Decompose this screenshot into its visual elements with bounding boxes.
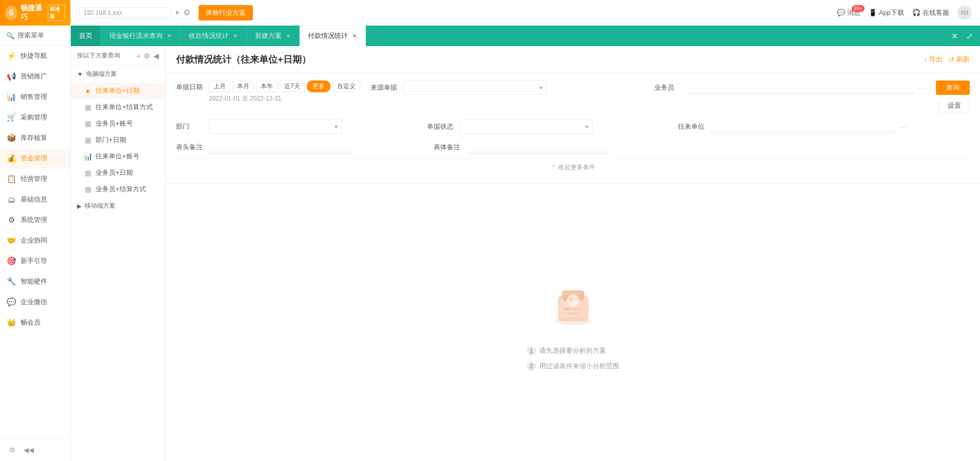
- panel-collapse-icon[interactable]: ◀: [153, 52, 159, 60]
- body-note-input[interactable]: [466, 142, 610, 152]
- sidebar-item-label: 经营管理: [21, 174, 47, 184]
- query-button[interactable]: 查询: [936, 81, 970, 95]
- header-note-input[interactable]: [209, 142, 352, 152]
- panel-item-staff-account[interactable]: ▦ 业务员+账号: [71, 115, 165, 132]
- collapse-bar[interactable]: ⌃ 收起更多条件: [176, 158, 970, 176]
- status-dropdown-icon: ▾: [585, 123, 589, 130]
- panel-item-unit-account[interactable]: 📊 往来单位+账号: [71, 148, 165, 165]
- sidebar-item-collab[interactable]: 🤝 企业协同: [0, 230, 70, 251]
- content-area: 按以下方案查询 + ⚙ ◀ ▼ 电脑端方案 ● 往来单位+日期 ▦ 往来单位+结…: [71, 46, 980, 461]
- sidebar-item-guide[interactable]: 🎯 新手引导: [0, 251, 70, 271]
- sidebar-item-member[interactable]: 👑 畅会员: [0, 312, 70, 333]
- date-btn-7days[interactable]: 近7天: [280, 81, 305, 92]
- tab-payment-stats-close[interactable]: ✕: [352, 32, 357, 39]
- sidebar-item-hardware[interactable]: 🔧 智能硬件: [0, 271, 70, 292]
- filter-area: 单据日期 上月 本月 本年 近7天 更多 自定义 2022-01-01 至 20…: [166, 73, 980, 184]
- sidebar-item-system[interactable]: ⚙ 系统管理: [0, 210, 70, 230]
- unit-date-icon: ●: [83, 86, 92, 95]
- sidebar-item-operations[interactable]: 📋 经营管理: [0, 169, 70, 189]
- tab-payment-stats[interactable]: 付款情况统计 ✕: [300, 26, 366, 46]
- logo-icon: 6: [5, 6, 17, 20]
- staff-dots-btn[interactable]: ···: [918, 84, 928, 92]
- sidebar-item-label: 营销推广: [21, 72, 47, 81]
- refresh-button[interactable]: ↺ 刷新: [949, 55, 970, 64]
- sidebar-item-label: 库存核算: [21, 133, 47, 143]
- sidebar-item-sales[interactable]: 📊 销售管理: [0, 87, 70, 107]
- message-badge: 99+: [852, 5, 865, 12]
- tab-bank-flow[interactable]: 现金银行流水查询 ✕: [101, 26, 181, 46]
- add-plan-icon[interactable]: +: [136, 52, 141, 60]
- export-button[interactable]: ↑ 导出: [924, 55, 943, 64]
- panel-item-staff-settle[interactable]: ▦ 业务员+结算方式: [71, 181, 165, 197]
- date-btn-this-month[interactable]: 本月: [232, 81, 254, 92]
- dept-select[interactable]: ▾: [209, 119, 342, 134]
- date-btn-custom[interactable]: 自定义: [332, 81, 360, 92]
- inventory-icon: 📦: [6, 133, 16, 143]
- desktop-section-arrow: ▼: [77, 71, 83, 78]
- staff-input[interactable]: [687, 83, 914, 93]
- sidebar-item-purchase[interactable]: 🛒 采购管理: [0, 107, 70, 128]
- marketing-icon: 📢: [6, 71, 16, 82]
- sidebar-search[interactable]: 🔍 搜索菜单: [0, 26, 70, 46]
- sidebar-item-inventory[interactable]: 📦 库存核算: [0, 128, 70, 148]
- logo-text: 畅捷通巧: [21, 4, 46, 22]
- tab-receivable[interactable]: 收款情况统计 ✕: [181, 26, 247, 46]
- topbar-dropdown-icon[interactable]: ▾: [175, 9, 179, 16]
- date-btn-last-month[interactable]: 上月: [209, 81, 230, 92]
- panel-item-staff-date[interactable]: ▦ 业务员+日期: [71, 165, 165, 181]
- mobile-section-label: 移动端方案: [85, 202, 115, 210]
- page-header: 付款情况统计（往来单位+日期） ↑ 导出 ↺ 刷新: [166, 46, 980, 73]
- sidebar-item-basic-info[interactable]: 🗂 基础信息: [0, 189, 70, 210]
- sidebar-item-label: 企业协同: [21, 236, 47, 245]
- sidebar-settings-icon[interactable]: ⚙: [6, 444, 18, 456]
- topbar-online-service[interactable]: 🎧 在线客服: [912, 8, 949, 17]
- tab-close-all-icon[interactable]: ✕: [948, 30, 961, 42]
- topbar-address: 192.168.1.xxx: [79, 7, 171, 18]
- tab-payment-stats-label: 付款情况统计: [308, 31, 348, 41]
- mobile-section-title[interactable]: ▶ 移动端方案: [71, 197, 165, 214]
- desktop-section-title[interactable]: ▼ 电脑端方案: [71, 66, 165, 83]
- plan-settings-icon[interactable]: ⚙: [144, 52, 150, 60]
- sidebar-item-marketing[interactable]: 📢 营销推广: [0, 66, 70, 87]
- user-avatar[interactable]: Rit: [957, 6, 972, 20]
- unit-settle-icon: ▦: [83, 103, 92, 112]
- trial-button[interactable]: 体验行业方案: [199, 5, 253, 21]
- settings-button[interactable]: 设置: [939, 98, 970, 113]
- topbar-gear-icon[interactable]: ⚙: [183, 8, 190, 17]
- panel-item-unit-date[interactable]: ● 往来单位+日期: [71, 83, 165, 99]
- status-select[interactable]: ▾: [460, 119, 593, 134]
- sidebar-item-label: 采购管理: [21, 113, 47, 122]
- tab-new-plan-label: 新建方案: [255, 31, 282, 41]
- topbar-left: 192.168.1.xxx ▾ ⚙ 体验行业方案: [79, 5, 837, 21]
- panel-item-unit-settle[interactable]: ▦ 往来单位+结算方式: [71, 99, 165, 115]
- source-select[interactable]: ▾: [403, 81, 547, 95]
- topbar-app-download[interactable]: 📱 App下载: [869, 8, 904, 17]
- refresh-label: 刷新: [956, 55, 970, 64]
- topbar-messages[interactable]: 💬 消息 99+: [837, 8, 860, 17]
- tab-new-plan[interactable]: 新建方案 ✕: [247, 26, 300, 46]
- date-btn-more[interactable]: 更多: [307, 81, 330, 92]
- avatar-text: Rit: [961, 9, 969, 16]
- unit-input[interactable]: [711, 122, 895, 132]
- tab-receivable-close[interactable]: ✕: [233, 32, 238, 39]
- sales-icon: 📊: [6, 92, 16, 102]
- sidebar-item-capital[interactable]: 💰 资金管理: [0, 148, 70, 169]
- sidebar-collapse-icon[interactable]: ◀◀: [23, 444, 35, 456]
- right-panel: 付款情况统计（往来单位+日期） ↑ 导出 ↺ 刷新: [166, 46, 980, 461]
- refresh-icon: ↺: [949, 56, 954, 64]
- tab-home[interactable]: 首页: [71, 26, 101, 46]
- tab-bank-flow-close[interactable]: ✕: [167, 32, 172, 39]
- panel-item-dept-date[interactable]: ▦ 部门+日期: [71, 132, 165, 148]
- unit-dots-btn[interactable]: ···: [899, 123, 908, 131]
- staff-label: 业务员: [654, 83, 683, 92]
- tab-expand-icon[interactable]: ⤢: [963, 30, 976, 42]
- tab-actions: ✕ ⤢: [944, 26, 980, 46]
- dept-date-icon: ▦: [83, 135, 92, 145]
- tabbar: 首页 现金银行流水查询 ✕ 收款情况统计 ✕ 新建方案 ✕ 付款情况统计 ✕ ✕…: [71, 26, 980, 46]
- tab-new-plan-close[interactable]: ✕: [286, 32, 291, 39]
- sidebar-item-quick-nav[interactable]: ⚡ 快捷导航: [0, 46, 70, 66]
- sidebar-item-wechat[interactable]: 💬 企业微信: [0, 292, 70, 312]
- desktop-section-label: 电脑端方案: [86, 70, 117, 78]
- date-btn-this-year[interactable]: 本年: [256, 81, 278, 92]
- topbar-right: 💬 消息 99+ 📱 App下载 🎧 在线客服 Rit: [837, 6, 972, 20]
